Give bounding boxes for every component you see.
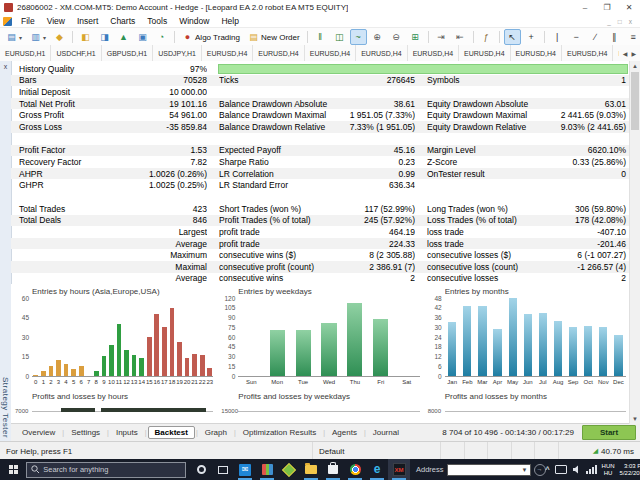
vertical-scrollbar[interactable]: ▲ ▼ [629,61,640,424]
bar [614,335,622,376]
tab-agents[interactable]: Agents [326,427,363,438]
store-taskbar-button[interactable] [322,459,344,480]
new-order-button[interactable]: ▤New Order [245,29,303,45]
auto-scroll-button[interactable]: ⇥ [433,29,450,45]
child-restore-icon[interactable]: □ [618,18,622,25]
symbol-tab[interactable]: EURUSD,H4 [511,45,562,61]
new-chart-button[interactable]: ▤▾ [3,29,25,45]
toolbox-button[interactable]: ▣ [134,29,151,45]
symbol-tab[interactable]: EURUSD,H4 [253,45,304,61]
panel-close-icon[interactable]: x [0,61,11,72]
scrollbar-thumb[interactable] [631,72,639,130]
start-button[interactable]: Start [582,425,636,440]
profiles-button[interactable]: ▥▾ [27,29,49,45]
symbol-tab[interactable]: EURUSD,H1 [0,45,51,61]
edge-taskbar-button[interactable]: e [366,459,388,480]
horizontal-line-button[interactable]: − [568,29,585,45]
tab-optimization-results[interactable]: Optimization Results [237,427,322,438]
chevron-down-icon[interactable]: ▼ [520,467,530,473]
tab-journal[interactable]: Journal [367,427,405,438]
tab-scroll-right-icon[interactable]: ▶ [631,50,636,57]
market-watch-button[interactable]: ◧ [77,29,94,45]
close-icon[interactable]: ✕ [618,0,640,15]
tile-windows-button[interactable]: ⊞ [407,29,424,45]
symbol-tab[interactable]: EURUSD,H4 [202,45,253,61]
bar-slot [198,298,206,376]
stats-value: 7.33% (1 951.05) [337,122,415,132]
mail-taskbar-button[interactable]: ✉ [234,459,256,480]
channel-button[interactable]: ∥ [606,29,623,45]
menu-item-charts[interactable]: Charts [104,16,141,26]
data-window-button[interactable]: ◨ [96,29,113,45]
menu-item-tools[interactable]: Tools [141,16,173,26]
task-view-taskbar-button[interactable] [212,459,234,480]
symbol-tab[interactable]: EURUSD,H4 [356,45,407,61]
symbol-tab[interactable]: USDJPY,H1 [153,45,202,61]
stats-value: 423 [147,204,207,214]
stats-value: 19 101.16 [147,99,207,109]
restore-icon[interactable]: ❐ [596,0,618,15]
trendline-button[interactable]: ∕ [587,29,604,45]
fibonacci-button[interactable]: ≡ [625,29,640,45]
crosshair-button[interactable]: + [523,29,540,45]
toolbar-separator [473,31,474,43]
touch-keyboard-icon[interactable] [555,465,567,474]
menu-item-window[interactable]: Window [173,16,215,26]
tab-inputs[interactable]: Inputs [110,427,144,438]
status-profile[interactable]: Default [312,442,440,460]
symbol-tab[interactable]: EURUSD,H4 [408,45,459,61]
menu-item-view[interactable]: View [41,16,71,26]
symbol-tab[interactable]: EURUSD,H4 [305,45,356,61]
chart-shift-button[interactable]: ⇤ [452,29,469,45]
language-indicator[interactable]: HUN HU [602,463,615,476]
speaker-icon[interactable] [572,465,581,474]
scroll-up-icon[interactable]: ▲ [630,61,640,71]
strategy-tester-button[interactable]: ◔ [153,29,170,45]
winrar-taskbar-button[interactable] [256,459,278,480]
bar [524,314,532,376]
xm-terminal-taskbar-button[interactable]: XM [388,459,410,480]
child-close-icon[interactable]: x [629,18,632,25]
metaeditor-button[interactable]: ◆ [51,29,68,45]
start-menu-button[interactable] [0,459,26,480]
tab-graph[interactable]: Graph [199,427,233,438]
scroll-down-icon[interactable]: ▼ [630,414,640,424]
tab-backtest[interactable]: Backtest [148,426,195,439]
network-icon[interactable] [586,465,597,474]
indicators-button[interactable]: ƒ [478,29,495,45]
vertical-line-button[interactable]: | [549,29,566,45]
cortana-taskbar-button[interactable] [190,459,212,480]
menu-item-insert[interactable]: Insert [71,16,104,26]
file-explorer-taskbar-button[interactable] [300,459,322,480]
zoom-in-button[interactable]: ⊕ [369,29,386,45]
menu-item-file[interactable]: File [15,16,41,26]
search-input[interactable] [43,465,181,474]
symbol-tab[interactable]: EURUSD,H4 [459,45,510,61]
minimize-icon[interactable]: – [574,0,596,15]
tab-separator: | [196,429,198,436]
taskbar-clock[interactable]: 3:03 PM 5/22/2021 [620,463,640,476]
algo-trading-button[interactable]: ●Algo Trading [179,29,243,45]
line-chart-button[interactable]: ~ [350,29,367,45]
y-axis-tick: 48 [428,295,442,302]
address-go-icon[interactable]: → [534,464,546,476]
symbol-tab[interactable]: EURUSD,H4 [562,45,613,61]
navigator-button[interactable]: ▲ [115,29,132,45]
taskbar-search[interactable] [26,462,186,478]
symbol-tab[interactable]: USDCHF,H1 [51,45,101,61]
tab-scroll-left-icon[interactable]: ◀ [623,50,628,57]
candlestick-button[interactable]: ◫ [331,29,348,45]
zoom-out-button[interactable]: ⊖ [388,29,405,45]
chevron-up-icon[interactable]: ^ [546,466,550,473]
address-input[interactable]: ▼ [447,464,531,476]
bar-chart-button[interactable]: ‖ [312,29,329,45]
tab-overview[interactable]: Overview [16,427,61,438]
child-minimize-icon[interactable]: _ [607,18,611,25]
tab-settings[interactable]: Settings [65,427,106,438]
chrome-taskbar-button[interactable] [344,459,366,480]
diamond-app-taskbar-button[interactable] [278,459,300,480]
bar-slot [460,298,475,376]
symbol-tab[interactable]: GBPUSD,H1 [102,45,153,61]
menu-item-help[interactable]: Help [215,16,244,26]
cursor-button[interactable]: ↖ [504,29,521,45]
